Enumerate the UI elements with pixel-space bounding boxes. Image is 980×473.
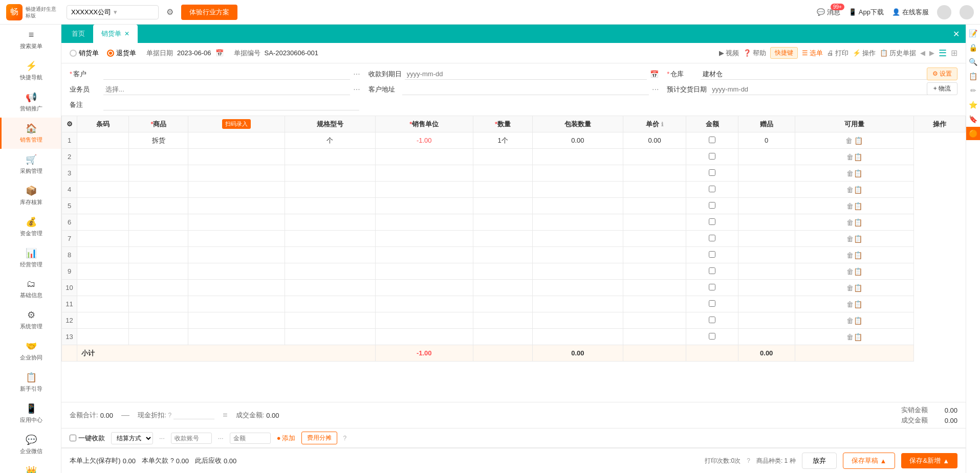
th-settings[interactable]: ⚙ [62,116,77,132]
right-panel-edit-btn[interactable]: ✏ [967,84,980,97]
deal-amount-summary-label: 成交金额 [901,416,928,425]
row-barcode-1[interactable] [77,132,129,149]
right-panel-notes-btn[interactable]: 📝 [967,27,980,40]
row-spec-1[interactable] [188,132,285,149]
help-btn[interactable]: ❓ 帮助 [743,49,766,58]
add-payment-btn[interactable]: ● 添加 [277,434,295,443]
sidebar-item-purchase[interactable]: 🛒 采购管理 [0,149,61,180]
warehouse-input[interactable] [701,69,947,80]
due-date-calendar-icon[interactable]: 📅 [650,70,659,78]
sidebar-item-coop[interactable]: 🤝 企业协同 [0,335,61,367]
sidebar-item-inventory[interactable]: 📦 库存核算 [0,180,61,211]
due-date-field-row: 收款到期日 📅 [368,69,659,80]
sidebar-item-finance[interactable]: 💰 资金管理 [0,211,61,242]
action-btn[interactable]: ⚡ 操作 [853,49,876,58]
sidebar-item-quicknav[interactable]: ⚡ 快捷导航 [0,55,61,86]
logistics-btn[interactable]: + 物流 [927,82,957,95]
settings-action-btn[interactable]: ⚙ 设置 [927,67,957,80]
company-selector[interactable]: XXXXXX公司 ▾ [67,5,159,19]
sidebar-item-guide[interactable]: 📋 新手引导 [0,367,61,398]
avatar2[interactable] [960,5,974,19]
deal-amount-label: 成交金额: [236,411,265,420]
close-window-icon[interactable]: ✕ [953,29,960,39]
save-draft-btn[interactable]: 保存草稿 ▲ [843,453,896,469]
print-btn[interactable]: 🖨 打印 [827,49,848,58]
expense-btn[interactable]: 费用分摊 [301,432,337,444]
avatar[interactable] [937,5,951,19]
sidebar-item-system[interactable]: ⚙ 系统管理 [0,304,61,335]
tab-sales-order[interactable]: 销货单 ✕ [93,25,138,43]
scan-btn[interactable]: 扫码录入 [222,119,251,129]
sidebar-item-sales[interactable]: 🏠 销售管理 [0,118,61,149]
delete-icon-1[interactable]: 🗑 [845,137,853,145]
customer-address-input[interactable] [402,84,649,95]
sidebar-item-member[interactable]: 👑 畅会员 [0,460,61,473]
row-gift-checkbox-1[interactable] [709,137,715,143]
row-amount-1[interactable]: 0.00 [623,132,686,149]
row-gift-1[interactable] [686,132,738,149]
payment-account-input[interactable] [171,433,212,444]
shortcut-btn[interactable]: 快捷键 [770,47,798,59]
app-download-action[interactable]: 📱 App下载 [848,8,884,17]
right-panel-orange-btn[interactable]: 🟠 [966,127,981,140]
video-btn[interactable]: ▶ 视频 [719,49,739,58]
customer-address-dots-icon[interactable]: ··· [652,85,659,94]
row-product-1[interactable]: 拆货 [129,132,188,149]
customer-dots-icon[interactable]: ··· [353,70,360,79]
one-click-payment[interactable]: 一键收款 [70,434,105,443]
row-unit-1[interactable]: 个 [285,132,375,149]
right-panel-search-btn[interactable]: 🔍 [967,55,980,69]
row-pack-qty-1[interactable]: 1个 [473,132,532,149]
prev-icon[interactable]: ◀ [920,49,925,57]
unit-price-info-icon[interactable]: ℹ [661,121,663,127]
th-scan[interactable]: 扫码录入 [188,116,285,132]
discard-btn[interactable]: 放弃 [802,453,837,469]
discount-input[interactable] [173,411,214,419]
payment-method-dots-icon[interactable]: ··· [159,434,165,442]
sidebar-item-marketing[interactable]: 📢 营销推广 [0,86,61,118]
search-icon: ≡ [29,30,34,40]
view-list-icon[interactable]: ☰ [939,48,947,59]
calendar-icon[interactable]: 📅 [215,49,224,57]
sidebar-item-business[interactable]: 📊 经营管理 [0,242,61,274]
payment-method-select[interactable]: 结算方式 [111,432,153,444]
next-icon[interactable]: ▶ [929,49,934,57]
expected-delivery-input[interactable] [710,84,946,95]
right-panel-list-btn[interactable]: 📋 [967,70,980,83]
right-panel-bookmark-btn[interactable]: 🔖 [967,112,980,126]
right-panel-star-btn[interactable]: ⭐ [967,98,980,111]
select-btn[interactable]: ☰ 选单 [802,49,823,58]
payment-account-dots-icon[interactable]: ··· [218,434,224,442]
save-new-btn[interactable]: 保存&新增 ▲ [901,453,957,468]
salesperson-dots-icon[interactable]: ··· [353,85,360,94]
expense-help-icon[interactable]: ? [343,435,347,442]
sidebar-item-basic[interactable]: 🗂 基础信息 [0,274,61,304]
view-grid-icon[interactable]: ⊞ [951,48,957,58]
radio-sales[interactable]: 销货单 [70,49,99,58]
settings-icon-btn[interactable]: ⚙ [163,5,177,19]
salesperson-input[interactable] [103,84,350,95]
radio-return[interactable]: 退货单 [107,49,136,58]
row-qty-1[interactable]: -1.00 [375,132,473,149]
sidebar-item-wechat[interactable]: 💬 企业微信 [0,429,61,460]
notes-input[interactable] [103,99,359,110]
history-btn[interactable]: 📋 历史单据 [880,49,916,58]
copy-icon-1[interactable]: 📋 [854,137,863,145]
sidebar-item-apps[interactable]: 📱 应用中心 [0,398,61,429]
trial-btn[interactable]: 体验行业方案 [181,5,237,20]
row-unit-price-1[interactable]: 0.00 [533,132,623,149]
overdue-info-icon[interactable]: ? [170,457,174,464]
due-date-input[interactable] [405,69,647,80]
message-action[interactable]: 💬 消息 99+ [817,8,840,17]
tab-home[interactable]: 首页 [63,25,93,43]
online-support-action[interactable]: 👤 在线客服 [892,8,929,17]
discount-info-icon[interactable]: ? [168,412,172,419]
one-click-checkbox[interactable] [70,435,76,441]
sidebar-item-search[interactable]: ≡ 搜索菜单 [0,25,61,55]
add-label: 添加 [282,434,295,443]
payment-amount-input[interactable] [230,433,271,444]
product-type-info-icon[interactable]: ? [747,457,750,464]
customer-input[interactable] [103,69,350,80]
right-panel-lock-btn[interactable]: 🔒 [967,41,980,54]
tab-close-icon[interactable]: ✕ [124,30,129,37]
